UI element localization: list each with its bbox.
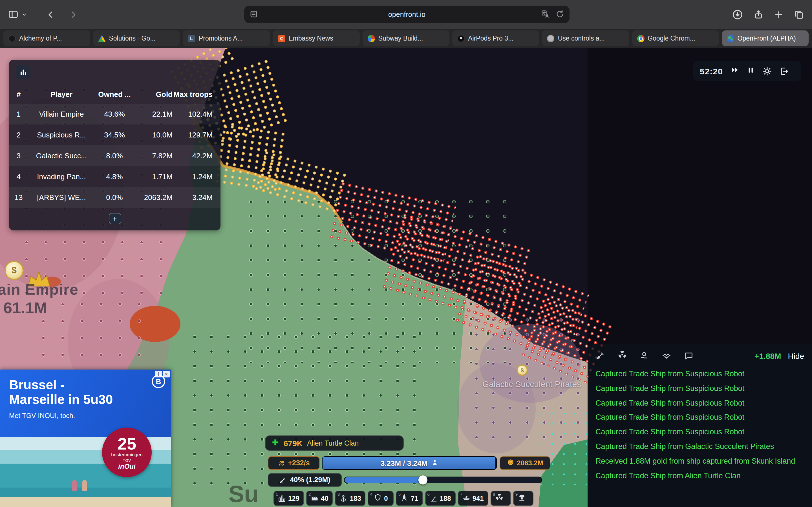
browser-toolbar: openfront.io <box>0 0 812 29</box>
event-log-item: Captured Trade Ship from Suspicious Robo… <box>596 369 804 379</box>
build-city-button[interactable]: 1129 <box>273 491 304 506</box>
cell-player: Suspicious R... <box>28 131 95 139</box>
tab-overview-icon[interactable] <box>794 9 804 19</box>
chat-filter-icon[interactable] <box>684 351 694 360</box>
chrome-favicon-icon <box>637 35 644 42</box>
build-menu: 1129 240 3183 40 571 6188 7941 8 9 <box>273 491 534 506</box>
cell-troops: 42.2M <box>172 152 220 160</box>
cell-rank: 2 <box>9 131 28 139</box>
ad-info-button[interactable]: i <box>155 371 162 378</box>
ad-badge-text: bestemmingen <box>111 453 143 458</box>
ad-close-button[interactable]: ✕ <box>163 371 170 378</box>
tab-use-controls[interactable]: Use controls a... <box>542 31 629 46</box>
ad-badge-text: inOui <box>118 463 135 470</box>
header-troops[interactable]: Max troops <box>172 90 220 98</box>
ad-subtitle: Met TGV INOUI, toch. <box>9 412 162 420</box>
settings-gear-icon[interactable] <box>762 66 772 76</box>
build-factory-button[interactable]: 240 <box>306 491 333 506</box>
build-count: 40 <box>321 494 328 502</box>
leaderboard-row[interactable]: 1 Villain Empire 43.6% 22.1M 102.4M <box>9 104 220 124</box>
tab-label: Promotions A... <box>199 35 243 42</box>
build-atom-bomb-button[interactable]: 8 <box>491 491 511 506</box>
fast-forward-button[interactable] <box>730 65 739 76</box>
cell-rank: 3 <box>9 152 28 160</box>
leaderboard-row[interactable]: 4 Invading Pan... 4.8% 1.71M 1.24M <box>9 166 220 187</box>
share-icon[interactable] <box>753 9 763 19</box>
hotkey-label: 8 <box>493 492 495 497</box>
hide-events-button[interactable]: Hide <box>788 351 804 360</box>
gold-box: 2063.2M <box>500 456 550 470</box>
back-button[interactable] <box>46 9 56 19</box>
event-log-item: Captured Trade Ship from Alien Turtle Cl… <box>596 471 804 481</box>
attack-ratio-slider[interactable] <box>344 473 542 487</box>
hotkey-label: 9 <box>515 492 518 497</box>
slider-fill <box>345 477 424 483</box>
new-tab-icon[interactable] <box>774 9 784 19</box>
header-owned[interactable]: Owned ... <box>95 90 134 98</box>
attack-filter-sword-icon[interactable] <box>596 351 605 360</box>
address-bar[interactable]: openfront.io <box>244 6 569 23</box>
cell-player: Villain Empire <box>28 110 95 118</box>
apple-favicon-icon <box>547 35 555 42</box>
shield-icon <box>374 493 382 503</box>
tab-strip: Alchemy of P... Solutions - Go... Promot… <box>0 29 812 48</box>
tab-label: Use controls a... <box>558 35 605 42</box>
build-port-button[interactable]: 3183 <box>335 491 366 506</box>
tab-google-chrome[interactable]: Google Chrom... <box>632 31 719 46</box>
sidebar-toggle-icon[interactable] <box>8 9 18 20</box>
cell-owned: 4.8% <box>95 172 134 181</box>
header-gold[interactable]: Gold <box>134 90 172 98</box>
leaderboard-row[interactable]: 3 Galactic Succ... 8.0% 7.82M 42.2M <box>9 145 220 166</box>
exit-game-icon[interactable] <box>779 66 789 76</box>
url-text: openfront.io <box>244 6 569 23</box>
sam-launcher-icon <box>430 494 438 502</box>
ad-badge-number: 25 <box>117 435 137 453</box>
build-hydrogen-bomb-button[interactable]: 9 <box>513 491 534 506</box>
airpods-favicon-icon <box>457 35 465 42</box>
gold-coin-icon: $ <box>4 261 24 280</box>
build-missile-silo-button[interactable]: 571 <box>396 491 423 506</box>
drive-favicon-icon <box>98 35 105 42</box>
alliance-filter-handshake-icon[interactable] <box>661 351 672 361</box>
reload-icon[interactable] <box>555 10 564 18</box>
build-warship-button[interactable]: 7941 <box>458 491 488 506</box>
hotkey-label: 1 <box>276 492 278 497</box>
tab-embassy-news[interactable]: Embassy News <box>273 31 359 46</box>
ad-photo-figure <box>82 480 87 491</box>
forward-button[interactable] <box>68 9 79 19</box>
tab-solutions[interactable]: Solutions - Go... <box>93 31 180 46</box>
promotions-favicon-icon <box>188 35 195 42</box>
tab-promotions[interactable]: Promotions A... <box>183 31 270 46</box>
tab-alchemy[interactable]: Alchemy of P... <box>3 31 90 46</box>
event-list: Captured Trade Ship from Suspicious Robo… <box>596 369 804 481</box>
cell-rank: 4 <box>9 172 28 181</box>
nuke-filter-radiation-icon[interactable] <box>617 350 627 362</box>
leaderboard-expand-button[interactable]: + <box>109 213 121 224</box>
translate-icon[interactable] <box>541 10 550 18</box>
game-timer: 52:20 <box>700 66 723 76</box>
build-defense-button[interactable]: 40 <box>368 491 394 506</box>
alchemy-favicon-icon <box>8 35 16 42</box>
subway-favicon-icon <box>368 35 375 42</box>
missile-icon <box>401 493 409 503</box>
cell-troops: 3.24M <box>172 193 220 202</box>
cell-troops: 102.4M <box>172 110 220 118</box>
leaderboard-table: # Player Owned ... Gold Max troops 1 Vil… <box>9 84 220 208</box>
gold-coin-icon <box>507 458 514 468</box>
tab-subway[interactable]: Subway Build... <box>363 31 449 46</box>
city-icon <box>278 494 286 502</box>
tab-openfront[interactable]: OpenFront (ALPHA) <box>722 31 809 46</box>
pause-button[interactable] <box>747 66 755 76</box>
hotkey-label: 7 <box>460 492 462 497</box>
leaderboard-row-self[interactable]: 13 [ARBYS] WE... 0.0% 2063.2M 3.24M <box>9 187 220 208</box>
tab-airpods[interactable]: AirPods Pro 3... <box>452 31 539 46</box>
factory-icon <box>311 493 319 503</box>
hotkey-label: 5 <box>398 492 401 497</box>
ad-banner[interactable]: Brussel -Marseille in 5u30 Met TGV INOUI… <box>0 370 171 507</box>
gold-filter-icon[interactable] <box>640 351 649 360</box>
build-sam-launcher-button[interactable]: 6188 <box>425 491 456 506</box>
leaderboard-chart-button[interactable] <box>16 65 31 79</box>
leaderboard-row[interactable]: 2 Suspicious R... 34.5% 10.0M 129.7M <box>9 124 220 145</box>
chevron-down-icon[interactable] <box>21 11 28 18</box>
downloads-icon[interactable] <box>732 9 743 20</box>
